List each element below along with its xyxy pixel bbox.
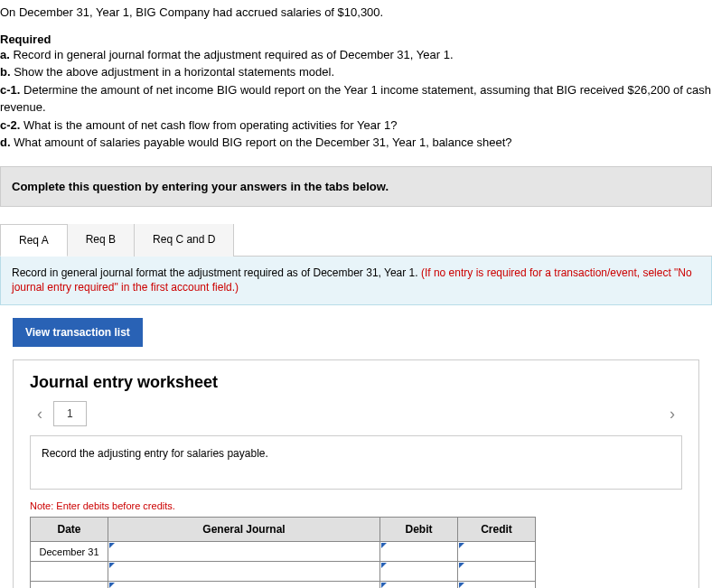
table-row: December 31 <box>31 542 536 562</box>
requirements-list: a. Record in general journal format the … <box>0 46 712 152</box>
cell-debit[interactable] <box>380 582 458 588</box>
req-letter: a. <box>0 48 10 61</box>
dropdown-icon <box>381 563 387 568</box>
tab-instruction-text: Record in general journal format the adj… <box>12 266 421 279</box>
next-entry-icon[interactable]: › <box>662 405 682 424</box>
journal-table: Date General Journal Debit Credit Decemb… <box>30 517 536 588</box>
req-text: What amount of salaries payable would BI… <box>14 135 511 149</box>
instruction-bar: Complete this question by entering your … <box>0 166 712 207</box>
cell-general-journal[interactable] <box>108 562 380 582</box>
journal-worksheet: Journal entry worksheet ‹ 1 › Record the… <box>13 359 699 588</box>
dropdown-icon <box>381 583 387 588</box>
dropdown-icon <box>459 563 464 568</box>
note-text: Note: Enter debits before credits. <box>30 500 682 511</box>
cell-general-journal[interactable] <box>108 542 380 562</box>
cell-credit[interactable] <box>458 542 536 562</box>
dropdown-icon <box>109 583 115 588</box>
req-text: Show the above adjustment in a horizonta… <box>14 65 334 79</box>
req-letter: b. <box>0 65 11 79</box>
header-debit: Debit <box>380 518 458 542</box>
required-label: Required <box>0 33 712 46</box>
req-letter: c-1. <box>0 83 20 97</box>
dropdown-icon <box>109 543 115 548</box>
header-date: Date <box>31 518 108 542</box>
cell-credit[interactable] <box>458 582 536 588</box>
cell-date[interactable] <box>31 582 108 588</box>
tab-req-a[interactable]: Req A <box>0 224 68 257</box>
dropdown-icon <box>381 543 387 548</box>
cell-debit[interactable] <box>380 542 458 562</box>
worksheet-title: Journal entry worksheet <box>30 373 682 392</box>
table-row <box>31 562 536 582</box>
entry-instruction: Record the adjusting entry for salaries … <box>30 435 682 490</box>
entry-number-tab[interactable]: 1 <box>53 401 87 426</box>
table-row <box>31 582 536 588</box>
req-letter: c-2. <box>0 118 20 132</box>
req-text: What is the amount of net cash flow from… <box>23 118 397 132</box>
prev-entry-icon[interactable]: ‹ <box>30 405 50 424</box>
cell-date[interactable]: December 31 <box>31 542 108 562</box>
tab-req-b[interactable]: Req B <box>68 224 135 257</box>
view-transaction-list-button[interactable]: View transaction list <box>13 318 143 347</box>
cell-credit[interactable] <box>458 562 536 582</box>
header-general-journal: General Journal <box>108 518 380 542</box>
req-letter: d. <box>0 135 11 149</box>
cell-general-journal[interactable] <box>108 582 380 588</box>
header-credit: Credit <box>458 518 536 542</box>
dropdown-icon <box>459 543 464 548</box>
tab-req-c-d[interactable]: Req C and D <box>135 224 234 257</box>
req-text: Determine the amount of net income BIG w… <box>0 83 711 115</box>
dropdown-icon <box>109 563 115 568</box>
dropdown-icon <box>459 583 464 588</box>
cell-debit[interactable] <box>380 562 458 582</box>
cell-date[interactable] <box>31 562 108 582</box>
tabs: Req A Req B Req C and D <box>0 223 712 257</box>
tab-instruction: Record in general journal format the adj… <box>0 257 712 306</box>
req-text: Record in general journal format the adj… <box>13 48 453 61</box>
question-intro: On December 31, Year 1, BIG Company had … <box>0 4 712 22</box>
